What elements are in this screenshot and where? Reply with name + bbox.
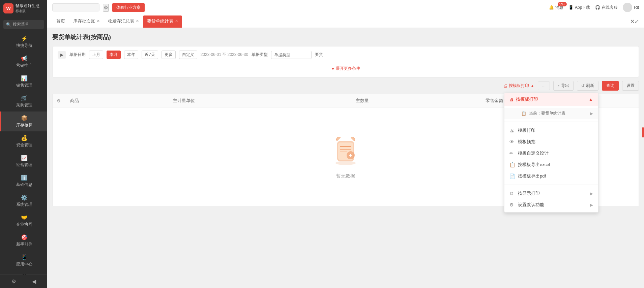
expand-more-button[interactable]: ▼ 展开更多条件 bbox=[58, 64, 634, 73]
sidebar-nav: ⚡ 快捷导航 📢 营销推广 📊 销售管理 🛒 采购管理 📦 库存核算 💰 资金管… bbox=[0, 32, 47, 275]
settings-bottom-button[interactable]: ⚙ bbox=[11, 278, 16, 285]
dropdown-item-template-design[interactable]: ✏ 模板自定义设计 bbox=[504, 148, 598, 159]
filter-bar: ▶ 单据日期 上月 本月 本年 近7天 更多 自定义 2023-06-01 至 … bbox=[52, 46, 639, 77]
top-search-input[interactable] bbox=[52, 3, 99, 11]
tab-collection-summary-close[interactable]: ✕ bbox=[136, 19, 139, 23]
right-scrollbar[interactable] bbox=[642, 127, 644, 161]
sidebar-item-marketing[interactable]: 📢 营销推广 bbox=[0, 52, 47, 72]
sidebar-item-label: 应用中心 bbox=[16, 261, 32, 267]
filter-expand-button[interactable]: ▶ bbox=[58, 51, 66, 59]
dropdown-close-button[interactable]: ▲ bbox=[588, 97, 593, 102]
sidebar-item-apps[interactable]: 📱 应用中心 bbox=[0, 251, 47, 270]
sidebar-item-label: 新手引导 bbox=[16, 242, 32, 247]
trial-button[interactable]: 体验行业方案 bbox=[112, 3, 145, 12]
excel-icon: 📋 bbox=[509, 162, 515, 167]
sidebar-item-label: 快捷导航 bbox=[16, 43, 32, 49]
dropdown-item-export-pdf[interactable]: 📄 按模板导出pdf bbox=[504, 170, 598, 182]
system-icon: ⚙️ bbox=[21, 194, 28, 201]
tab-home[interactable]: 首页 bbox=[52, 15, 69, 28]
date-7days[interactable]: 近7天 bbox=[142, 51, 158, 59]
sidebar-item-basic[interactable]: ℹ️ 基础信息 bbox=[0, 171, 47, 191]
notifications-button[interactable]: 🔔 消息 99+ bbox=[549, 5, 563, 10]
date-this-year[interactable]: 本年 bbox=[124, 51, 138, 59]
search-label: 搜索菜单 bbox=[13, 22, 29, 27]
dropdown-current-template[interactable]: 📋 当前：要货单统计表 ▶ bbox=[504, 108, 598, 119]
main-content: ⚙ 体验行业方案 🔔 消息 99+ 📱 App下载 🎧 在线客服 Rit bbox=[47, 0, 644, 288]
page-area: 要货单统计表(按商品) ▶ 单据日期 上月 本月 本年 近7天 更多 自定义 2… bbox=[47, 28, 644, 288]
query-button[interactable]: 查询 bbox=[602, 81, 619, 91]
tab-order-stats-close[interactable]: ✕ bbox=[175, 19, 178, 23]
col-goods: 商品 bbox=[66, 94, 169, 107]
col-unit: 主计量单位 bbox=[169, 94, 352, 107]
date-more[interactable]: 更多 bbox=[162, 51, 176, 59]
online-service-label: 在线客服 bbox=[602, 5, 618, 10]
sidebar-bottom: ⚙ ◀ bbox=[0, 275, 47, 288]
date-custom[interactable]: 自定义 bbox=[179, 51, 197, 59]
svg-point-0 bbox=[335, 161, 356, 165]
user-menu[interactable]: Rit bbox=[623, 3, 639, 12]
col-qty: 主数量 bbox=[352, 94, 481, 107]
date-last-month[interactable]: 上月 bbox=[89, 51, 103, 59]
collapse-sidebar-button[interactable]: ◀ bbox=[32, 278, 36, 285]
close-all-tabs-button[interactable]: ✕ bbox=[630, 18, 635, 25]
dropdown-item-template-preview[interactable]: 👁 模板预览 bbox=[504, 136, 598, 148]
display-icon: 🖥 bbox=[509, 191, 514, 196]
dropdown-item-template-print[interactable]: 🖨 模板打印 bbox=[504, 125, 598, 136]
bell-icon: 🔔 bbox=[549, 5, 554, 10]
dropdown-item-default-func[interactable]: ⚙ 设置默认功能 ▶ bbox=[504, 199, 598, 211]
tab-collection-summary[interactable]: 收发存汇总表 ✕ bbox=[104, 15, 143, 28]
app-download-button[interactable]: 📱 App下载 bbox=[568, 5, 590, 10]
date-this-month[interactable]: 本月 bbox=[107, 51, 121, 59]
export-pdf-label: 按模板导出pdf bbox=[518, 173, 546, 179]
search-menu-button[interactable]: 🔍 搜索菜单 bbox=[3, 20, 44, 29]
tab-collection-summary-label: 收发存汇总表 bbox=[108, 18, 134, 24]
expand-tabs-button[interactable]: ⤢ bbox=[635, 18, 639, 25]
export-button[interactable]: ↑ 导出 bbox=[553, 81, 574, 91]
doc-type-select[interactable]: 单据类型 bbox=[271, 51, 312, 59]
sidebar-item-inventory[interactable]: 📦 库存核算 bbox=[0, 111, 47, 131]
sidebar-item-wechat[interactable]: 💬 企业微信 bbox=[0, 270, 47, 275]
print-template-button[interactable]: 🖨 按模板打印 ▲ bbox=[503, 83, 534, 89]
sales-icon: 📊 bbox=[21, 75, 28, 82]
table-settings-icon[interactable]: ⚙ bbox=[57, 98, 61, 103]
tab-order-stats[interactable]: 要货单统计表 ✕ bbox=[143, 15, 182, 28]
top-settings-button[interactable]: ⚙ bbox=[103, 4, 109, 11]
app-name-block: 畅康通好生意 标准版 bbox=[16, 3, 40, 13]
sidebar-item-finance[interactable]: 💰 资金管理 bbox=[0, 131, 47, 151]
sidebar-item-label: 企业协同 bbox=[16, 222, 32, 227]
more-button[interactable]: ... bbox=[538, 82, 550, 90]
sidebar-item-collab[interactable]: 🤝 企业协同 bbox=[0, 211, 47, 231]
dropdown-item-export-excel[interactable]: 📋 按模板导出excel bbox=[504, 159, 598, 170]
sidebar-item-sales[interactable]: 📊 销售管理 bbox=[0, 72, 47, 92]
operation-icon: 📈 bbox=[21, 155, 28, 161]
sidebar-item-label: 系统管理 bbox=[16, 202, 32, 207]
tab-batch-account-close[interactable]: ✕ bbox=[97, 19, 100, 23]
dropdown-header: 🖨 按模板打印 ▲ bbox=[504, 93, 598, 106]
tab-batch-account[interactable]: 库存批次账 ✕ bbox=[69, 15, 104, 28]
online-service-button[interactable]: 🎧 在线客服 bbox=[595, 5, 618, 10]
sidebar-item-label: 营销推广 bbox=[16, 63, 32, 68]
refresh-button[interactable]: ↺ 刷新 bbox=[577, 81, 598, 91]
table-settings-button[interactable]: 设置 bbox=[622, 81, 639, 91]
sidebar-item-label: 资金管理 bbox=[16, 142, 32, 148]
user-avatar bbox=[623, 3, 632, 12]
guide-icon: 🎯 bbox=[21, 234, 28, 241]
app-logo: W 畅康通好生意 标准版 bbox=[0, 0, 47, 17]
refresh-label: 刷新 bbox=[586, 83, 594, 89]
template-preview-label: 模板预览 bbox=[518, 139, 535, 145]
sidebar-search-area[interactable]: 🔍 搜索菜单 bbox=[0, 17, 47, 32]
sidebar: W 畅康通好生意 标准版 🔍 搜索菜单 ⚡ 快捷导航 📢 营销推广 📊 销售管理… bbox=[0, 0, 47, 288]
default-func-label: 设置默认功能 bbox=[518, 202, 544, 208]
template-icon: 📋 bbox=[521, 111, 526, 116]
current-template-label: 当前：要货单统计表 bbox=[529, 110, 565, 116]
logo-icon: W bbox=[3, 3, 13, 13]
download-icon: 📱 bbox=[568, 5, 574, 10]
sidebar-item-guide[interactable]: 🎯 新手引导 bbox=[0, 231, 47, 251]
date-label: 单据日期 bbox=[69, 52, 86, 58]
sidebar-item-quick-nav[interactable]: ⚡ 快捷导航 bbox=[0, 32, 47, 52]
sidebar-item-purchase[interactable]: 🛒 采购管理 bbox=[0, 92, 47, 111]
dropdown-item-display-print[interactable]: 🖥 按显示打印 ▶ bbox=[504, 188, 598, 199]
sidebar-item-operation[interactable]: 📈 经营管理 bbox=[0, 151, 47, 171]
sidebar-item-system[interactable]: ⚙️ 系统管理 bbox=[0, 191, 47, 211]
template-design-label: 模板自定义设计 bbox=[518, 150, 549, 156]
